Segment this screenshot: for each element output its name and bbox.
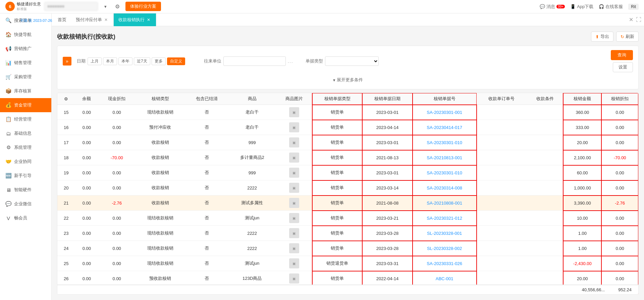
cell-cancel-bill-no[interactable]: SA-20230314-008 [413,180,477,196]
receipt-type-select[interactable] [325,56,379,66]
cell-cancel-bill-type: 销货单 [312,150,362,165]
cell-cancel-discount: 0.00 [601,271,638,286]
cell-cash-discount: 0.00 [98,105,135,120]
cell-cancel-bill-no[interactable]: SA-20210813-001 [413,150,477,165]
date-btn-7days[interactable]: 近7天 [134,57,150,65]
cell-cancel-amount: 2,100.00 [563,150,601,165]
cell-cancel-bill-no[interactable]: SA-20230331-026 [413,256,477,271]
date-btn-last-month[interactable]: 上月 [88,57,102,65]
sidebar-item-member[interactable]: V 畅会员 [0,211,51,225]
bill-no-link[interactable]: SA-20230321-012 [427,216,462,221]
cell-cancel-bill-no[interactable]: ABC-001 [413,271,477,286]
sidebar-item-guide[interactable]: 🆕 新手引导 [0,169,51,183]
sidebar-item-sales[interactable]: 📊 销售管理 [0,56,51,70]
close-window-icon[interactable]: ✕ [629,16,633,23]
from-unit-dots[interactable]: ... [288,59,293,64]
cell-cash-discount: 0.00 [98,135,135,150]
cell-row-num: 25 [57,256,75,271]
sidebar-item-system[interactable]: ⚙ 系统管理 [0,140,51,155]
date-btn-this-year[interactable]: 本年 [118,57,132,65]
user-name[interactable]: Rit [628,4,639,10]
tab-prepay-label: 预付冲应付单 [76,17,102,23]
maximize-icon[interactable]: ⛶ [636,17,641,23]
sidebar-item-basic-info[interactable]: 🗂 基础信息 [0,126,51,140]
sidebar-item-quick-nav[interactable]: 🏠 快捷导航 [0,28,51,42]
bill-no-link[interactable]: SA-20230301-001 [427,110,462,115]
goods-image-thumb: ▣ [289,243,299,253]
date-btn-this-month[interactable]: 本月 [103,57,117,65]
bill-no-link[interactable]: SA-20230301-010 [427,170,462,175]
bill-no-link[interactable]: SL-20230328-002 [427,246,462,251]
main-layout: 🔍 搜索菜单 🏠 快捷导航 📢 营销推广 📊 销售管理 🛒 采购管理 📦 库存核… [0,13,644,300]
export-btn[interactable]: ⬆ 导出 [591,32,613,42]
tab-prepay-close[interactable]: ✕ [103,17,109,23]
date-btn-more[interactable]: 更多 [152,57,166,65]
bill-no-link[interactable]: SL-20230328-001 [427,231,462,236]
sidebar-item-marketing[interactable]: 📢 营销推广 [0,42,51,56]
cell-goods-image: ▣ [276,211,313,226]
query-btn[interactable]: 查询 [611,50,633,60]
bill-no-link[interactable]: SA-20230314-008 [427,185,462,190]
sidebar-item-label: 新手引导 [14,173,32,179]
tab-receivable[interactable]: 收款核销执行 ✕ [114,13,156,26]
setting-btn[interactable]: 设置 [613,62,633,72]
cell-cancel-bill-no[interactable]: SA-20230414-017 [413,120,477,135]
cell-cancel-bill-no[interactable]: SA-20210808-001 [413,196,477,211]
receipt-type-label: 单据类型 [306,58,323,64]
sidebar-item-inventory[interactable]: 📦 库存核算 [0,84,51,98]
gear-icon[interactable]: ⚙ [113,2,122,11]
message-item[interactable]: 💬 消息 99+ [540,4,565,10]
cell-cancel-bill-no[interactable]: SL-20230328-001 [413,226,477,241]
col-cancel-discount: 核销折扣 [601,93,638,105]
cell-cancel-bill-no[interactable]: SA-20230321-012 [413,211,477,226]
filter-from-unit: 往来单位 ... [204,56,293,66]
sidebar-item-wechat[interactable]: 💬 企业微信 [0,197,51,211]
cell-include-cleared: 否 [185,150,228,165]
table-row: 20 0.00 0.00 收款核销 否 2222 ▣ 销货单 2023-03-1… [57,180,638,196]
cell-include-cleared: 否 [185,241,228,256]
online-service-item[interactable]: 🎧 在线客服 [599,4,623,10]
tab-prepay[interactable]: 预付冲应付单 ✕ [71,13,114,26]
cell-cancel-bill-no[interactable]: SA-20230301-001 [413,105,477,120]
settings-icon[interactable]: ⚙ [64,96,68,101]
cell-row-num: 18 [57,150,75,165]
bill-no-link[interactable]: SA-20230331-026 [427,261,462,266]
filter-toggle-btn[interactable]: » [63,57,71,66]
cell-receipt-condition [527,271,564,286]
cell-cancel-bill-no[interactable]: SA-20230301-010 [413,165,477,180]
bill-no-link[interactable]: ABC-001 [436,276,453,281]
search-input[interactable] [44,2,98,11]
bill-no-link[interactable]: SA-20210813-001 [427,155,462,160]
bill-no-link[interactable]: SA-20210808-001 [427,201,462,206]
sidebar-item-label: 畅会员 [14,215,27,221]
date-btn-custom[interactable]: 自定义 [167,57,185,65]
cell-cancel-bill-no[interactable]: SL-20230328-002 [413,241,477,256]
table-row: 18 0.00 -70.00 收款核销 否 多计量商品2 ▣ 销货单 2021-… [57,150,638,165]
cell-cancel-discount: 0.00 [601,226,638,241]
cell-goods-image: ▣ [276,196,313,211]
col-settings[interactable]: ⚙ [57,93,75,105]
refresh-btn[interactable]: ↻ 刷新 [616,32,639,42]
sidebar-item-smart-hw[interactable]: 🖥 智能硬件 [0,183,51,197]
sidebar-item-finance[interactable]: 💰 资金管理 [0,98,51,112]
cell-cancel-type: 预收款核销 [135,271,185,286]
sidebar-item-enterprise[interactable]: 🤝 企业协同 [0,155,51,169]
solution-btn[interactable]: 体验行业方案 [125,2,161,11]
dropdown-icon[interactable]: ▾ [101,2,109,10]
sidebar-item-purchase[interactable]: 🛒 采购管理 [0,70,51,84]
sidebar-item-operations[interactable]: 📋 经营管理 [0,112,51,126]
cell-row-num: 19 [57,165,75,180]
from-unit-input[interactable] [223,56,286,66]
app-download-item[interactable]: 📱 App下载 [570,4,593,10]
tab-home[interactable]: 首页 [53,13,71,26]
cell-goods: 999 [228,165,275,180]
table-row: 26 0.00 0.00 预收款核销 否 123D商品 ▣ 销货单 2022-0… [57,271,638,286]
cell-cancel-bill-type: 销货单 [312,105,362,120]
bill-no-link[interactable]: SA-20230301-010 [427,140,462,145]
cell-cash-discount: 0.00 [98,271,135,286]
cell-cash-discount: 0.00 [98,226,135,241]
bill-no-link[interactable]: SA-20230414-017 [427,125,462,130]
expand-more-btn[interactable]: ▾ 展开更多条件 [63,75,633,85]
cell-cancel-bill-no[interactable]: SA-20230301-010 [413,135,477,150]
tab-receivable-close[interactable]: ✕ [146,17,151,23]
